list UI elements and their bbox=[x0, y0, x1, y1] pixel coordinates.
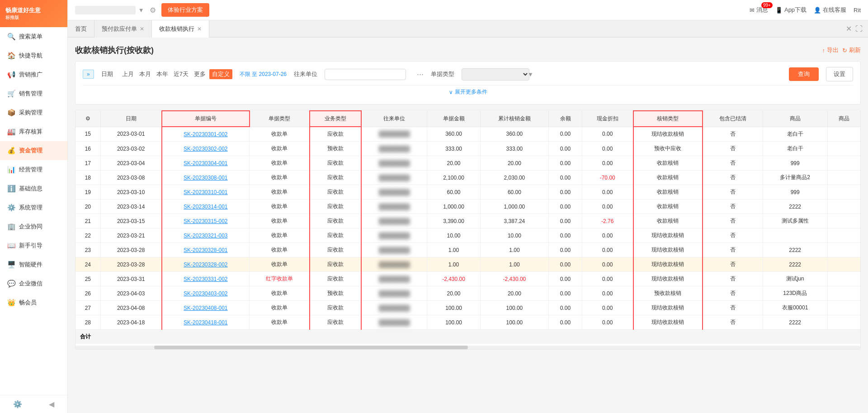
service-icon: 👤 bbox=[814, 7, 821, 14]
cell-cancel-type: 收款核销 bbox=[633, 199, 703, 214]
sidebar-item-enterprise[interactable]: 🏢 企业协同 bbox=[0, 217, 67, 236]
th-date[interactable]: 日期 bbox=[100, 111, 161, 127]
cell-balance: 0.00 bbox=[549, 199, 582, 214]
sidebar-item-quicknav[interactable]: 🏠 快捷导航 bbox=[0, 46, 67, 65]
app-download-item[interactable]: 📱 App下载 bbox=[775, 6, 807, 14]
sidebar-item-newbie[interactable]: 📖 新手引导 bbox=[0, 236, 67, 255]
refresh-button[interactable]: ↻ 刷新 bbox=[842, 46, 861, 54]
tab-home[interactable]: 首页 bbox=[68, 20, 94, 38]
cell-date: 2023-03-08 bbox=[100, 171, 161, 185]
th-discount[interactable]: 现金折扣 bbox=[582, 111, 633, 127]
cell-bill-type: 收款单 bbox=[250, 286, 310, 301]
cell-bill-no[interactable]: SK-20230331-002 bbox=[162, 272, 250, 286]
date-btn-custom[interactable]: 自定义 bbox=[209, 69, 232, 79]
th-include-settled[interactable]: 包含已结清 bbox=[703, 111, 763, 127]
scrollbar-thumb[interactable] bbox=[154, 346, 468, 349]
user-item[interactable]: Rit bbox=[854, 7, 861, 14]
date-btn-this-year[interactable]: 本年 bbox=[155, 69, 170, 79]
th-bill-no[interactable]: 单据编号 bbox=[162, 111, 250, 127]
query-button[interactable]: 查询 bbox=[789, 67, 819, 81]
sidebar-item-hardware[interactable]: 🖥️ 智能硬件 bbox=[0, 255, 67, 274]
date-btn-7days[interactable]: 近7天 bbox=[172, 69, 190, 79]
sidebar-settings-icon[interactable]: ⚙️ bbox=[13, 400, 22, 408]
cell-bill-no[interactable]: SK-20230408-001 bbox=[162, 301, 250, 315]
chevron-down-icon[interactable]: ▼ bbox=[138, 7, 144, 14]
topbar-gear-icon[interactable]: ⚙ bbox=[150, 6, 156, 14]
solution-button[interactable]: 体验行业方案 bbox=[161, 3, 209, 17]
sidebar-item-finance[interactable]: 💰 资金管理 bbox=[0, 141, 67, 160]
cell-include-settled: 否 bbox=[703, 127, 763, 142]
tab-collection[interactable]: 收款核销执行 ✕ bbox=[152, 20, 209, 38]
cell-goods2 bbox=[827, 156, 860, 171]
filter-more-dots[interactable]: ··· bbox=[417, 70, 424, 79]
sidebar-item-basic[interactable]: ℹ️ 基础信息 bbox=[0, 179, 67, 198]
cell-bill-no[interactable]: SK-20230328-002 bbox=[162, 257, 250, 272]
prepay-tab-close[interactable]: ✕ bbox=[140, 26, 144, 32]
sidebar-item-member[interactable]: 👑 畅会员 bbox=[0, 293, 67, 312]
service-label: 在线客服 bbox=[823, 6, 846, 14]
cell-total-cancel: 20.00 bbox=[480, 156, 549, 171]
cell-bill-no[interactable]: SK-20230308-001 bbox=[162, 171, 250, 185]
sidebar-collapse-icon[interactable]: ◀ bbox=[49, 400, 54, 408]
sidebar: 畅康道好生意 标推版 🔍 搜索菜单 🏠 快捷导航 📢 营销推广 🛒 销售管理 📦… bbox=[0, 0, 68, 413]
voucher-type-select[interactable] bbox=[462, 68, 529, 81]
cell-bill-no[interactable]: SK-20230314-001 bbox=[162, 199, 250, 214]
tab-expand-icon[interactable]: ⛶ bbox=[855, 25, 863, 33]
finance-icon: 💰 bbox=[7, 147, 15, 155]
cell-bill-no[interactable]: SK-20230310-001 bbox=[162, 185, 250, 199]
message-item[interactable]: ✉ 消息 99+ bbox=[750, 6, 768, 14]
sidebar-item-inventory[interactable]: 🏭 库存核算 bbox=[0, 122, 67, 141]
cell-bill-no[interactable]: SK-20230321-003 bbox=[162, 228, 250, 243]
sidebar-item-search[interactable]: 🔍 搜索菜单 bbox=[0, 27, 67, 46]
th-goods2[interactable]: 商品 bbox=[827, 111, 860, 127]
cell-partner: ████████ bbox=[361, 156, 427, 171]
expand-more-button[interactable]: ∨ 展开更多条件 bbox=[449, 88, 487, 96]
cell-cancel-type: 预收款核销 bbox=[633, 286, 703, 301]
sidebar-item-wechat[interactable]: 💬 企业微信 bbox=[0, 274, 67, 293]
cell-bill-no[interactable]: SK-20230418-001 bbox=[162, 315, 250, 330]
cell-date: 2023-03-04 bbox=[100, 156, 161, 171]
sidebar-item-sales[interactable]: 🛒 销售管理 bbox=[0, 84, 67, 103]
cell-bill-no[interactable]: SK-20230315-002 bbox=[162, 214, 250, 228]
cell-bill-type: 收款单 bbox=[250, 228, 310, 243]
message-icon: ✉ bbox=[750, 7, 755, 14]
cell-biz-type: 应收款 bbox=[310, 127, 361, 142]
wechat-icon: 💬 bbox=[7, 280, 15, 288]
th-balance[interactable]: 余额 bbox=[549, 111, 582, 127]
cell-bill-no[interactable]: SK-20230403-002 bbox=[162, 286, 250, 301]
cell-include-settled: 否 bbox=[703, 315, 763, 330]
th-amount[interactable]: 单据金额 bbox=[427, 111, 480, 127]
sidebar-item-operation[interactable]: 📊 经营管理 bbox=[0, 160, 67, 179]
cell-bill-no[interactable]: SK-20230328-001 bbox=[162, 243, 250, 257]
horizontal-scrollbar[interactable] bbox=[75, 346, 860, 349]
cell-bill-no[interactable]: SK-20230304-001 bbox=[162, 156, 250, 171]
export-button[interactable]: ↑ 导出 bbox=[822, 46, 839, 54]
th-biz-type[interactable]: 业务类型 bbox=[310, 111, 361, 127]
filter-expand-button[interactable]: » bbox=[83, 70, 94, 79]
online-service-item[interactable]: 👤 在线客服 bbox=[814, 6, 846, 14]
th-goods[interactable]: 商品 bbox=[763, 111, 827, 127]
date-btn-last-month[interactable]: 上月 bbox=[120, 69, 136, 79]
settings-button[interactable]: 设置 bbox=[826, 67, 853, 81]
partner-input[interactable] bbox=[325, 69, 406, 80]
th-bill-type[interactable]: 单据类型 bbox=[250, 111, 310, 127]
th-partner[interactable]: 往来单位 bbox=[361, 111, 427, 127]
collection-tab-close[interactable]: ✕ bbox=[197, 26, 202, 32]
th-total-cancel[interactable]: 累计核销金额 bbox=[480, 111, 549, 127]
cell-bill-no[interactable]: SK-20230302-002 bbox=[162, 142, 250, 156]
date-btn-more[interactable]: 更多 bbox=[192, 69, 208, 79]
cell-include-settled: 否 bbox=[703, 156, 763, 171]
tab-prepay[interactable]: 预付款应付单 ✕ bbox=[94, 20, 152, 38]
sidebar-item-marketing[interactable]: 📢 营销推广 bbox=[0, 65, 67, 84]
hardware-icon: 🖥️ bbox=[7, 261, 15, 269]
page-content: 收款核销执行(按收款) ↑ 导出 ↻ 刷新 » 日期 上月 本月 bbox=[68, 38, 868, 413]
date-btn-this-month[interactable]: 本月 bbox=[137, 69, 153, 79]
table-footer-label: 合计 bbox=[75, 330, 860, 344]
sidebar-item-purchase[interactable]: 📦 采购管理 bbox=[0, 103, 67, 122]
cell-cancel-type: 现结收款核销 bbox=[633, 272, 703, 286]
sidebar-item-system[interactable]: ⚙️ 系统管理 bbox=[0, 198, 67, 217]
th-cancel-type[interactable]: 核销类型 bbox=[633, 111, 703, 127]
cell-bill-type: 红字收款单 bbox=[250, 272, 310, 286]
cell-bill-no[interactable]: SK-20230301-002 bbox=[162, 127, 250, 142]
tab-close-all-icon[interactable]: ✕ bbox=[846, 24, 852, 33]
